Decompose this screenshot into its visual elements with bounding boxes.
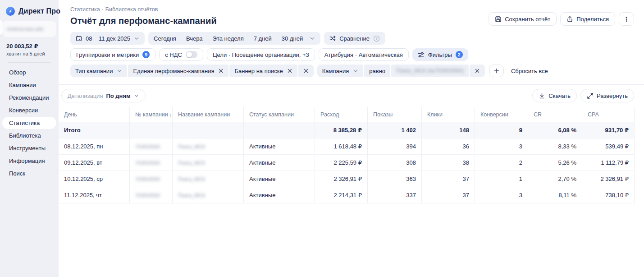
cell-cr: 2,70 % — [528, 171, 582, 187]
table-row[interactable]: 08.12.2025, пн 703503930 Поиск_МСК Актив… — [59, 138, 644, 155]
calendar-icon — [76, 35, 82, 42]
sidebar-item-search[interactable]: Поиск — [2, 167, 56, 180]
expand-icon — [587, 92, 594, 99]
col-clicks[interactable]: Клики — [421, 107, 475, 122]
totals-cr: 6,08 % — [528, 122, 582, 138]
totals-row: Итого 8 385,28 ₽ 1 402 148 9 6,08 % 931,… — [59, 122, 644, 138]
cell-campaign-name: Поиск_МСК — [172, 138, 243, 155]
col-day[interactable]: День — [59, 107, 129, 122]
remove-campaign-filter-button[interactable] — [470, 65, 485, 77]
comparison-toggle[interactable]: Сравнение ? — [324, 32, 385, 45]
filters-panel: 08 – 11 дек 2025 Сегодня Вчера Эта недел… — [59, 26, 644, 77]
close-icon — [303, 68, 309, 74]
filters-count-badge: 2 — [456, 51, 463, 58]
quick-ranges: Сегодня Вчера Эта неделя 7 дней 30 дней — [148, 32, 320, 45]
balance-note: хватит на 5 дней — [6, 51, 52, 56]
cell-cost: 2 214,31 ₽ — [315, 187, 367, 203]
sidebar-nav: Обзор Кампании Рекомендации Конверсии Ст… — [0, 63, 59, 180]
vat-toggle[interactable] — [186, 51, 197, 58]
goals-button[interactable]: Цели · Посещение организации, +3 — [207, 48, 315, 61]
help-icon[interactable]: ? — [373, 35, 380, 42]
sidebar-item-recommendations[interactable]: Рекомендации — [2, 92, 56, 104]
filter-value-unified-performance[interactable]: Единая перфоманс-кампания — [128, 65, 228, 77]
sidebar-item-tools[interactable]: Инструменты — [2, 142, 56, 154]
download-button[interactable]: Скачать — [532, 89, 577, 102]
range-30-days[interactable]: 30 дней — [282, 35, 303, 42]
account-switcher[interactable]: melena-kas-adv — [2, 21, 56, 37]
filters-button[interactable]: Фильтры 2 — [412, 48, 468, 61]
col-conversions[interactable]: Конверсии — [475, 107, 528, 122]
chevron-down-icon[interactable] — [310, 36, 315, 41]
more-actions-button[interactable] — [619, 12, 634, 26]
col-cpa[interactable]: CPA — [582, 107, 634, 122]
logo[interactable]: Директ Про — [5, 6, 59, 16]
campaign-selector[interactable]: Кампания — [317, 65, 364, 77]
blurred-campaign-id: 703503930 — [135, 176, 160, 182]
remove-type-filter-button[interactable] — [298, 65, 314, 77]
detail-selector[interactable]: Детализация По дням — [61, 89, 146, 102]
share-button[interactable]: Поделиться — [560, 12, 615, 26]
svg-text:?: ? — [375, 37, 378, 41]
totals-campaign-id — [129, 122, 172, 138]
sidebar-item-conversions[interactable]: Конверсии — [2, 104, 56, 116]
balance-block[interactable]: 20 003,52 ₽ хватит на 5 дней — [6, 43, 52, 56]
save-report-button[interactable]: Сохранить отчёт — [489, 12, 557, 26]
page-head: Статистика·Библиотека отчётов Отчёт для … — [59, 0, 644, 26]
range-today[interactable]: Сегодня — [154, 35, 176, 42]
table-row[interactable]: 09.12.2025, вт 703503930 Поиск_МСК Актив… — [59, 155, 644, 171]
col-cost[interactable]: Расход — [315, 107, 367, 122]
table-row[interactable]: 10.12.2025, ср 703503930 Поиск_МСК Актив… — [59, 171, 644, 187]
breadcrumb-statistics[interactable]: Статистика — [70, 6, 100, 13]
sidebar-item-library[interactable]: Библиотека — [2, 129, 56, 142]
sidebar-collapse-handle[interactable] — [0, 20, 3, 35]
expand-button[interactable]: Развернуть — [580, 89, 634, 102]
col-impressions[interactable]: Показы — [367, 107, 421, 122]
sidebar-item-information[interactable]: Информация — [2, 155, 56, 167]
blurred-campaign-id: 703503930 — [135, 193, 160, 198]
cell-cpa: 1 112,79 ₽ — [582, 155, 634, 171]
cell-impressions: 308 — [367, 155, 421, 171]
reset-all-filters[interactable]: Сбросить все — [511, 68, 548, 74]
cell-clicks: 38 — [421, 155, 475, 171]
col-cr[interactable]: CR — [528, 107, 582, 122]
report-table: День № кампании↓ Название кампании Стату… — [59, 107, 644, 203]
range-this-week[interactable]: Эта неделя — [213, 35, 244, 42]
attribution-button[interactable]: Атрибуция · Автоматическая — [319, 48, 409, 61]
range-7-days[interactable]: 7 дней — [254, 35, 272, 42]
cell-cr: 5,26 % — [528, 155, 582, 171]
share-label: Поделиться — [576, 16, 609, 23]
range-yesterday[interactable]: Вчера — [186, 35, 203, 42]
operator-label: равно — [369, 68, 385, 74]
cell-conversions: 3 — [475, 138, 528, 155]
campaign-label: Кампания — [322, 68, 349, 74]
campaign-filter-value[interactable]: Поиск_МСК (№703503930) — [391, 65, 469, 77]
groupings-metrics-button[interactable]: Группировки и метрики 9 — [70, 48, 155, 61]
remove-value-icon[interactable] — [287, 68, 292, 74]
sidebar-item-overview[interactable]: Обзор — [2, 66, 56, 78]
col-campaign-name[interactable]: Название кампании — [172, 107, 243, 122]
col-status[interactable]: Статус кампании — [243, 107, 315, 122]
cell-cr: 8,33 % — [528, 138, 582, 155]
add-filter-button[interactable] — [489, 65, 504, 77]
date-range-picker[interactable]: 08 – 11 дек 2025 — [70, 32, 145, 45]
filter-value-search-banner[interactable]: Баннер на поиске — [229, 65, 297, 77]
totals-status — [243, 122, 315, 138]
filter-value-label: Единая перфоманс-кампания — [133, 68, 214, 74]
cell-impressions: 363 — [367, 171, 421, 187]
vat-toggle-chip[interactable]: с НДС — [159, 48, 203, 61]
campaign-operator[interactable]: равно — [364, 65, 390, 77]
remove-value-icon[interactable] — [218, 68, 224, 74]
breadcrumb: Статистика·Библиотека отчётов — [70, 6, 217, 13]
groupings-count-badge: 9 — [142, 51, 150, 58]
campaign-filter-value-text: Поиск_МСК (№703503930) — [396, 68, 464, 74]
table-row[interactable]: 11.12.2025, чт 703503930 Поиск_МСК Актив… — [59, 187, 644, 203]
table-header-row: День № кампании↓ Название кампании Стату… — [59, 107, 644, 122]
cell-campaign-id: 703503930 — [129, 138, 172, 155]
comparison-label: Сравнение — [339, 35, 370, 42]
cell-cost: 1 618,48 ₽ — [315, 138, 367, 155]
sidebar-item-statistics[interactable]: Статистика — [2, 117, 56, 129]
breadcrumb-report-library[interactable]: Библиотека отчётов — [105, 6, 158, 13]
campaign-type-selector[interactable]: Тип кампании — [70, 65, 127, 77]
col-campaign-id[interactable]: № кампании↓ — [129, 107, 172, 122]
sidebar-item-campaigns[interactable]: Кампании — [2, 79, 56, 91]
